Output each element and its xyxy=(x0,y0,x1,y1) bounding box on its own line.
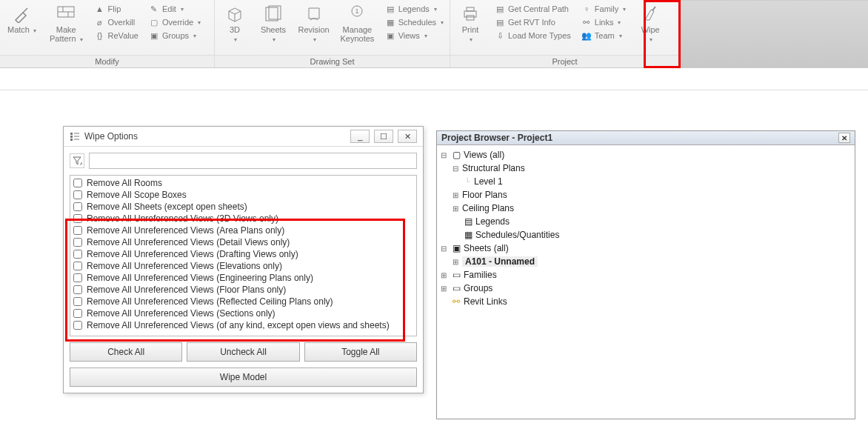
views-icon: ▢ xyxy=(450,150,462,160)
list-item-checkbox[interactable] xyxy=(73,321,82,330)
legend-icon: ▤ xyxy=(385,4,395,14)
filter-icon[interactable]: AZ xyxy=(70,153,84,168)
list-item-checkbox[interactable] xyxy=(73,309,82,318)
override-button[interactable]: ▢Override▾ xyxy=(146,16,204,28)
toggle-all-button[interactable]: Toggle All xyxy=(304,342,417,362)
overkill-icon: ⌀ xyxy=(95,17,105,27)
legends-button[interactable]: ▤Legends▾ xyxy=(382,3,447,15)
list-item[interactable]: Remove All Unreferenced Views (Sections … xyxy=(72,307,415,319)
revalue-button[interactable]: {}ReValue xyxy=(92,30,141,41)
list-item-label: Remove All Unreferenced Views (Reflected… xyxy=(87,296,333,307)
expander[interactable]: ⊟ xyxy=(438,245,449,253)
load-more-types-button[interactable]: ⇩Load More Types xyxy=(492,30,574,41)
flip-button[interactable]: ▲Flip xyxy=(92,3,141,15)
list-item[interactable]: Remove All Unreferenced Views (Detail Vi… xyxy=(72,236,415,248)
filter-input[interactable] xyxy=(89,153,417,169)
tree-node[interactable]: Families xyxy=(464,270,497,280)
manage-keynotes-button[interactable]: 1 ManageKeynotes xyxy=(337,1,378,44)
team-button[interactable]: 👥Team▾ xyxy=(578,30,629,41)
tree-node[interactable]: Views (all) xyxy=(464,150,504,160)
get-rvt-info-button[interactable]: ▤Get RVT Info xyxy=(492,16,574,28)
expander[interactable]: ⊞ xyxy=(450,191,461,199)
groups-button[interactable]: ▣Groups▾ xyxy=(146,30,204,41)
views-button[interactable]: ▣Views▾ xyxy=(382,30,447,41)
svg-rect-4 xyxy=(266,7,278,21)
uncheck-all-button[interactable]: Uncheck All xyxy=(187,342,299,362)
list-item-checkbox[interactable] xyxy=(73,190,82,199)
dialog-close-button[interactable]: ✕ xyxy=(398,130,417,143)
tree-node[interactable]: Revit Links xyxy=(464,296,507,307)
list-item-label: Remove All Unreferenced Views (Elevation… xyxy=(87,261,282,271)
info-icon: ▤ xyxy=(495,17,505,27)
dialog-max-button[interactable]: ☐ xyxy=(374,130,393,143)
tree-node[interactable]: Sheets (all) xyxy=(464,243,509,253)
list-item-checkbox[interactable] xyxy=(73,226,82,235)
list-item-checkbox[interactable] xyxy=(73,238,82,247)
expander[interactable]: ⊞ xyxy=(450,258,461,266)
expander[interactable]: ⊟ xyxy=(450,164,461,173)
list-item[interactable]: Remove All Unreferenced Views (Elevation… xyxy=(72,260,415,272)
list-item[interactable]: Remove All Scope Boxes xyxy=(72,189,415,201)
list-item[interactable]: Remove All Unreferenced Views (Floor Pla… xyxy=(72,284,415,296)
three-d-button[interactable]: 3D▾ xyxy=(218,1,252,46)
tree-node[interactable]: Ceiling Plans xyxy=(462,203,514,213)
tree-node[interactable]: Level 1 xyxy=(474,176,503,187)
list-item[interactable]: Remove All Unreferenced Views (Area Plan… xyxy=(72,225,415,236)
tree-node[interactable]: Floor Plans xyxy=(462,190,507,200)
print-button[interactable]: Print▾ xyxy=(453,1,487,46)
tree-node[interactable]: Schedules/Quantities xyxy=(475,230,559,240)
list-item-checkbox[interactable] xyxy=(73,262,82,270)
list-item[interactable]: Remove All Unreferenced Views (Engineeri… xyxy=(72,272,415,284)
list-item-checkbox[interactable] xyxy=(73,214,82,223)
overkill-button[interactable]: ⌀Overkill xyxy=(92,16,141,28)
list-item-label: Remove All Unreferenced Views (Floor Pla… xyxy=(87,285,286,295)
expander[interactable]: ⊟ xyxy=(438,151,449,159)
list-item[interactable]: Remove All Sheets (except open sheets) xyxy=(72,201,415,213)
expander[interactable]: ⊞ xyxy=(438,285,449,293)
tree-node-selected[interactable]: A101 - Unnamed xyxy=(462,256,538,267)
dialog-titlebar[interactable]: Wipe Options ⎯ ☐ ✕ xyxy=(64,127,423,147)
match-button[interactable]: Match ▾ xyxy=(3,1,41,37)
list-item-checkbox[interactable] xyxy=(73,202,82,211)
project-browser-title-text: Project Browser - Project1 xyxy=(441,133,552,143)
flip-icon: ▲ xyxy=(95,4,105,14)
list-item-checkbox[interactable] xyxy=(73,273,82,282)
project-browser-close-button[interactable]: ✕ xyxy=(838,133,850,143)
list-item-checkbox[interactable] xyxy=(73,179,82,187)
edit-button[interactable]: ✎Edit▾ xyxy=(146,3,204,15)
check-all-button[interactable]: Check All xyxy=(70,342,182,362)
dialog-min-button[interactable]: ⎯ xyxy=(350,130,370,143)
make-pattern-button[interactable]: MakePattern ▾ xyxy=(45,1,87,46)
tree-node[interactable]: Structural Plans xyxy=(462,163,525,173)
project-browser-titlebar[interactable]: Project Browser - Project1 ✕ xyxy=(437,131,855,145)
list-item-checkbox[interactable] xyxy=(73,297,82,306)
list-item-label: Remove All Unreferenced Views (Engineeri… xyxy=(87,273,313,283)
groups-tree-icon: ▭ xyxy=(450,283,462,293)
list-item-checkbox[interactable] xyxy=(73,250,82,259)
list-item[interactable]: Remove All Unreferenced Views (3D Views … xyxy=(72,213,415,225)
list-item[interactable]: Remove All Unreferenced Views (of any ki… xyxy=(72,319,415,331)
dialog-title-text: Wipe Options xyxy=(84,131,138,142)
links-button[interactable]: ⚯Links▾ xyxy=(578,16,629,28)
options-listbox[interactable]: Remove All RoomsRemove All Scope BoxesRe… xyxy=(70,175,417,336)
list-item-checkbox[interactable] xyxy=(73,285,82,294)
revision-icon xyxy=(304,3,324,24)
tree-node[interactable]: Legends xyxy=(475,216,510,227)
legend-tree-icon: ▤ xyxy=(462,216,474,227)
list-item[interactable]: Remove All Unreferenced Views (Drafting … xyxy=(72,248,415,260)
wipe-model-button[interactable]: Wipe Model xyxy=(70,368,417,387)
get-central-path-button[interactable]: ▤Get Central Path xyxy=(492,3,574,15)
revision-button[interactable]: Revision▾ xyxy=(295,1,333,46)
expander[interactable]: ⊞ xyxy=(450,204,461,213)
tree-node[interactable]: Groups xyxy=(464,283,493,293)
schedules-button[interactable]: ▦Schedules▾ xyxy=(382,16,447,28)
family-button[interactable]: ♀Family▾ xyxy=(578,3,629,15)
sheets-button[interactable]: Sheets▾ xyxy=(256,1,290,46)
team-icon: 👥 xyxy=(581,30,592,41)
svg-rect-5 xyxy=(269,6,281,19)
project-browser-tree[interactable]: ⊟▢Views (all) ⊟Structural Plans └Level 1… xyxy=(437,145,855,419)
expander[interactable]: ⊞ xyxy=(438,271,449,279)
list-item-label: Remove All Unreferenced Views (of any ki… xyxy=(87,320,390,330)
list-item[interactable]: Remove All Unreferenced Views (Reflected… xyxy=(72,296,415,307)
list-item[interactable]: Remove All Rooms xyxy=(72,177,415,189)
